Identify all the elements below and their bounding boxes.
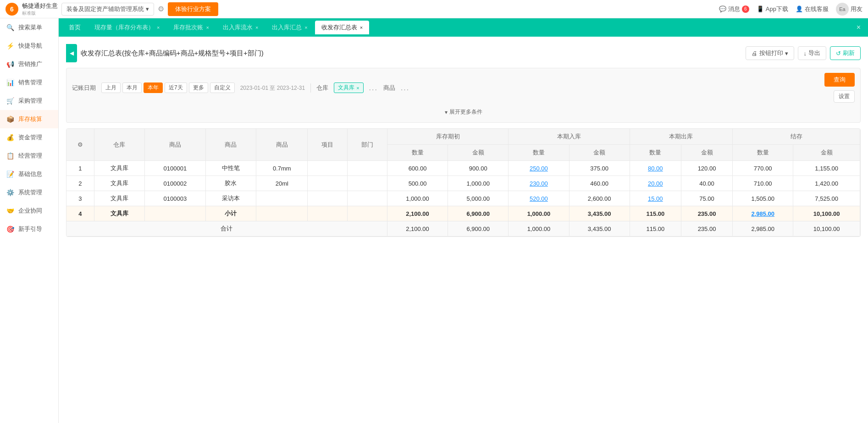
sidebar-label-sales: 销售管理	[18, 78, 42, 87]
tab-inventory-dist[interactable]: 现存量（库存分布表） ×	[88, 21, 166, 34]
row-4-row-num: 4	[66, 206, 94, 221]
warehouse-tag-text: 文具库	[338, 84, 354, 92]
row-4-out-qty: 115.00	[630, 206, 681, 221]
date-btn-7days[interactable]: 近7天	[165, 82, 187, 93]
row-4-in-qty: 1,000.00	[509, 206, 569, 221]
sidebar-item-corp-collab[interactable]: 🤝 企业协同	[0, 202, 58, 220]
th-opening-group: 库存期初	[387, 129, 508, 145]
date-btn-this-year[interactable]: 本年	[144, 82, 163, 93]
sidebar-item-system[interactable]: ⚙️ 系统管理	[0, 183, 58, 202]
sidebar-item-basic-info[interactable]: 📝 基础信息	[0, 165, 58, 183]
footer-balance-qty: 2,985.00	[733, 221, 793, 236]
warehouse-more-dots[interactable]: ...	[369, 84, 378, 92]
sidebar-item-search[interactable]: 🔍 搜索菜单	[0, 18, 58, 37]
row-3-dept	[348, 191, 387, 206]
row-1-out-qty[interactable]: 80.00	[630, 161, 681, 176]
date-btn-custom[interactable]: 自定义	[210, 82, 235, 93]
tab-in-out-summary[interactable]: 出入库汇总 ×	[265, 21, 314, 34]
col-settings-icon[interactable]: ⚙	[77, 141, 83, 148]
sidebar-item-purchase[interactable]: 🛒 采购管理	[0, 92, 58, 110]
query-button[interactable]: 查询	[824, 73, 855, 87]
sidebar-label-search: 搜索菜单	[18, 23, 42, 32]
sidebar-item-operations[interactable]: 📋 经营管理	[0, 147, 58, 165]
sys-selector[interactable]: 装备及固定资产辅助管理系统 ▾	[61, 3, 154, 16]
sidebar-item-quick-nav[interactable]: ⚡ 快捷导航	[0, 37, 58, 55]
row-2-opening-amt: 1,000.00	[448, 176, 509, 191]
row-1-in-qty[interactable]: 250.00	[509, 161, 569, 176]
export-button[interactable]: ↓ 导出	[798, 46, 827, 60]
sidebar-label-finance: 资金管理	[18, 133, 42, 142]
app-download-item[interactable]: 📱 App下载	[757, 5, 788, 13]
sidebar-item-marketing[interactable]: 📢 营销推广	[0, 55, 58, 73]
th-balance-group: 结存	[733, 129, 860, 145]
th-balance-amt: 金额	[793, 145, 860, 161]
settings-icon[interactable]: ⚙	[158, 5, 164, 13]
tab-inventory-dist-close[interactable]: ×	[157, 25, 160, 30]
row-4-goods-code	[145, 206, 205, 221]
row-2-out-qty[interactable]: 20.00	[630, 176, 681, 191]
warehouse-tag-close[interactable]: ×	[356, 85, 359, 91]
message-item[interactable]: 💬 消息 6	[719, 5, 749, 13]
filter-divider	[310, 83, 311, 93]
date-btn-last-month[interactable]: 上月	[101, 82, 121, 93]
online-service-item[interactable]: 👤 在线客服	[796, 5, 829, 13]
th-settings[interactable]: ⚙	[66, 129, 94, 161]
row-1-out-amt: 120.00	[681, 161, 732, 176]
user-item[interactable]: Ea 用友	[836, 3, 862, 16]
sidebar-item-new-guide[interactable]: 🎯 新手引导	[0, 220, 58, 238]
th-out-group: 本期出库	[630, 129, 732, 145]
row-2-dept	[348, 176, 387, 191]
row-4-balance-qty[interactable]: 2,985.00	[733, 206, 793, 221]
row-1-goods-name: 中性笔	[205, 161, 256, 176]
tab-batch-account-close[interactable]: ×	[206, 25, 209, 30]
tab-in-out-flow[interactable]: 出入库流水 ×	[216, 21, 265, 34]
export-label: 导出	[808, 49, 820, 57]
date-btn-this-month[interactable]: 本月	[122, 82, 142, 93]
app-download-label: App下载	[766, 5, 788, 13]
trial-button[interactable]: 体验行业方案	[168, 2, 218, 16]
row-1-opening-qty: 600.00	[387, 161, 448, 176]
row-2-in-qty[interactable]: 230.00	[509, 176, 569, 191]
tab-recv-send-summary-label: 收发存汇总表	[321, 23, 357, 32]
refresh-label: 刷新	[843, 49, 855, 57]
row-2-row-num: 2	[66, 176, 94, 191]
row-2-opening-qty: 500.00	[387, 176, 448, 191]
tab-recv-send-summary-close[interactable]: ×	[360, 25, 363, 30]
finance-icon: 💰	[6, 133, 15, 142]
th-project: 项目	[308, 129, 348, 161]
sidebar-item-inventory[interactable]: 📦 库存核算	[0, 110, 58, 128]
collapse-button[interactable]: ◀	[66, 44, 77, 62]
footer-out-qty: 115.00	[630, 221, 681, 236]
row-4-opening-qty: 2,100.00	[387, 206, 448, 221]
print-button[interactable]: 🖨 按钮打印 ▾	[746, 46, 794, 60]
refresh-button[interactable]: ↺ 刷新	[830, 46, 861, 60]
row-3-in-qty[interactable]: 520.00	[509, 191, 569, 206]
set-button[interactable]: 设置	[834, 90, 855, 103]
footer-in-amt: 3,435.00	[569, 221, 630, 236]
row-3-out-qty[interactable]: 15.00	[630, 191, 681, 206]
row-3-row-num: 3	[66, 191, 94, 206]
row-4-goods-spec	[256, 206, 308, 221]
sidebar-item-finance[interactable]: 💰 资金管理	[0, 128, 58, 147]
row-1-project	[308, 161, 348, 176]
tab-recv-send-summary[interactable]: 收发存汇总表 ×	[315, 21, 369, 34]
goods-more-dots[interactable]: ...	[401, 84, 409, 92]
close-window-icon[interactable]: ×	[853, 23, 864, 32]
row-3-balance-amt: 7,525.00	[793, 191, 860, 206]
tab-home[interactable]: 首页	[62, 21, 87, 34]
tab-in-out-summary-close[interactable]: ×	[304, 25, 307, 30]
expand-conditions-button[interactable]: ▾ 展开更多条件	[441, 106, 486, 118]
tab-bar: 首页 现存量（库存分布表） × 库存批次账 × 出入库流水 × 出入库汇总 ×	[59, 18, 868, 37]
date-btn-more[interactable]: 更多	[189, 82, 208, 93]
user-avatar: Ea	[836, 3, 849, 16]
data-table: ⚙ 仓库 商品 商品 商品 项目 部门 库存期初 本期入库 本期出库 结存	[66, 129, 860, 236]
row-3-goods-name: 采访本	[205, 191, 256, 206]
tab-in-out-flow-close[interactable]: ×	[255, 25, 258, 30]
th-out-qty: 数量	[630, 145, 681, 161]
row-1-dept	[348, 161, 387, 176]
sidebar-item-sales[interactable]: 📊 销售管理	[0, 73, 58, 92]
chevron-down-icon: ▾	[146, 5, 149, 12]
sidebar-label-new-guide: 新手引导	[18, 225, 42, 233]
tab-batch-account[interactable]: 库存批次账 ×	[167, 21, 215, 34]
th-in-group: 本期入库	[509, 129, 630, 145]
